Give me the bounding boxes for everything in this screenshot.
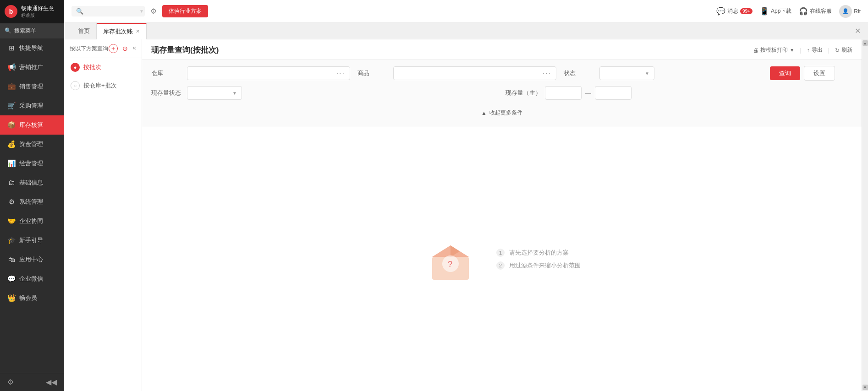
sidebar-item-basics[interactable]: 🗂 基础信息 (0, 173, 64, 192)
sidebar-item-ops[interactable]: 📊 经营管理 (0, 154, 64, 173)
scroll-down-btn[interactable]: ▼ (863, 385, 868, 390)
search-menu[interactable]: 🔍 搜索菜单 (0, 23, 64, 38)
tab-batch-account[interactable]: 库存批次账 ✕ (97, 23, 147, 39)
inventory-status-field: 现存量状态 ▼ (151, 86, 498, 100)
inventory-icon: 📦 (7, 121, 16, 129)
messages-badge: 99+ (740, 8, 753, 14)
topbar-dropdown-icon[interactable]: ▼ (139, 9, 144, 14)
print-template-btn[interactable]: 🖨 按模板打印 ▼ (753, 46, 794, 54)
filter-item-warehouse-batch[interactable]: ○ 按仓库+批次 (64, 76, 142, 95)
export-btn[interactable]: ↑ 导出 (807, 46, 823, 54)
app-version: 标准版 (21, 12, 54, 19)
sidebar-item-system[interactable]: ⚙ 系统管理 (0, 192, 64, 212)
refresh-btn[interactable]: ↻ 刷新 (835, 46, 852, 54)
hint-num-1: 1 (496, 249, 505, 257)
warehouse-batch-icon: ○ (71, 81, 80, 90)
sidebar-item-quick-nav[interactable]: ⊞ 快捷导航 (0, 38, 64, 58)
empty-state: ? 1 请先选择要分析的方案 2 用过滤条件来缩小分析范围 (142, 127, 862, 391)
user-label: Rit (854, 8, 861, 15)
sidebar-item-guide[interactable]: 🎓 新手引导 (0, 231, 64, 250)
product-input[interactable]: ··· (393, 66, 556, 80)
warehouse-dots[interactable]: ··· (336, 69, 345, 77)
main-area: 🔍 ▼ ⚙ 体验行业方案 💬 消息 99+ 📱 App下载 🎧 在线客服 (64, 0, 868, 391)
app-download-group[interactable]: 📱 App下载 (760, 7, 791, 16)
topbar: 🔍 ▼ ⚙ 体验行业方案 💬 消息 99+ 📱 App下载 🎧 在线客服 (64, 0, 868, 23)
sidebar-item-member[interactable]: 👑 畅会员 (0, 288, 64, 308)
sidebar-item-label: 企业微信 (19, 275, 43, 283)
query-button[interactable]: 查询 (770, 66, 800, 80)
system-icon: ⚙ (7, 198, 16, 206)
sidebar-item-label: 畅会员 (19, 294, 37, 302)
empty-hint-1: 1 请先选择要分析的方案 (496, 249, 581, 257)
inventory-amount-field: 现存量（主） — (505, 86, 852, 100)
empty-hint-2: 2 用过滤条件来缩小分析范围 (496, 261, 581, 270)
collapse-sidebar-icon[interactable]: ◀◀ (46, 378, 57, 386)
collapse-filter-btn[interactable]: « (132, 44, 136, 53)
sidebar: b 畅康通好生意 标准版 🔍 搜索菜单 ⊞ 快捷导航 📢 营销推广 💼 销售管理… (0, 0, 64, 391)
empty-hints: 1 请先选择要分析的方案 2 用过滤条件来缩小分析范围 (496, 249, 581, 270)
export-icon: ↑ (807, 47, 810, 54)
app-logo: b (5, 5, 17, 18)
tab-close-icon[interactable]: ✕ (136, 28, 140, 34)
sidebar-item-label: 应用中心 (19, 255, 43, 264)
query-form: 仓库 ··· 商品 ··· 状态 (142, 60, 862, 127)
warehouse-input[interactable]: ··· (187, 66, 350, 80)
tab-home[interactable]: 首页 (71, 23, 97, 39)
topbar-search-input[interactable] (86, 8, 137, 15)
inventory-status-dropdown-icon: ▼ (232, 91, 237, 96)
topbar-left: 🔍 ▼ ⚙ 体验行业方案 (71, 5, 208, 17)
sidebar-item-sales[interactable]: 💼 销售管理 (0, 77, 64, 96)
print-label: 按模板打印 (760, 46, 788, 54)
ops-icon: 📊 (7, 159, 16, 168)
experience-btn[interactable]: 体验行业方案 (162, 5, 208, 17)
messages-group[interactable]: 💬 消息 99+ (716, 7, 753, 16)
inventory-dash: — (585, 90, 591, 97)
purchase-icon: 🛒 (7, 102, 16, 110)
topbar-search-icon: 🔍 (76, 8, 83, 15)
guide-icon: 🎓 (7, 236, 16, 244)
sidebar-item-label: 基础信息 (19, 179, 43, 187)
sidebar-item-apps[interactable]: 🛍 应用中心 (0, 250, 64, 269)
status-field: 状态 ▼ (564, 66, 763, 80)
print-icon: 🖨 (753, 47, 758, 54)
tab-close-panel-icon[interactable]: ✕ (855, 27, 861, 35)
page-actions: 🖨 按模板打印 ▼ | ↑ 导出 | ↻ 刷新 (753, 46, 852, 54)
online-service-group[interactable]: 🎧 在线客服 (799, 7, 832, 16)
sidebar-item-finance[interactable]: 💰 资金管理 (0, 135, 64, 154)
basics-icon: 🗂 (7, 179, 16, 187)
sidebar-item-label: 经营管理 (19, 159, 43, 168)
inventory-amount-label: 现存量（主） (505, 89, 541, 97)
status-select[interactable]: ▼ (599, 66, 654, 80)
hint-text-1: 请先选择要分析的方案 (509, 249, 569, 257)
scroll-up-btn[interactable]: ▲ (863, 40, 868, 46)
sidebar-item-enterprise[interactable]: 🤝 企业协同 (0, 212, 64, 231)
settings-icon[interactable]: ⚙ (7, 378, 14, 386)
collapse-more-btn[interactable]: ▲ 收起更多条件 (151, 105, 852, 120)
user-group[interactable]: 👤 Rit (839, 5, 861, 18)
filter-item-batch[interactable]: ● 按批次 (64, 58, 142, 76)
export-label: 导出 (812, 46, 823, 54)
inventory-status-select[interactable]: ▼ (187, 86, 242, 100)
apps-icon: 🛍 (7, 255, 16, 264)
quick-nav-icon: ⊞ (7, 44, 16, 52)
product-dots[interactable]: ··· (543, 69, 551, 77)
topbar-search-box[interactable]: 🔍 ▼ (71, 6, 145, 16)
topbar-gear-icon[interactable]: ⚙ (150, 7, 157, 16)
content-area: 按以下方案查询 + ⊙ « ● 按批次 ○ 按仓库+批次 现存量查询(按批次) (64, 39, 868, 391)
print-dropdown-icon[interactable]: ▼ (790, 48, 794, 53)
enterprise-icon: 🤝 (7, 217, 16, 225)
tab-batch-account-label: 库存批次账 (103, 27, 133, 36)
inventory-amount-to[interactable] (595, 86, 632, 100)
sidebar-item-label: 销售管理 (19, 82, 43, 91)
sidebar-nav: ⊞ 快捷导航 📢 营销推广 💼 销售管理 🛒 采购管理 📦 库存核算 💰 资金管… (0, 38, 64, 373)
settings-button[interactable]: 设置 (804, 66, 835, 81)
tabs-bar: 首页 库存批次账 ✕ ✕ (64, 23, 868, 39)
sidebar-item-marketing[interactable]: 📢 营销推广 (0, 58, 64, 77)
filter-panel-actions: + ⊙ « (109, 44, 136, 53)
filter-settings-btn[interactable]: ⊙ (121, 44, 130, 53)
add-filter-btn[interactable]: + (109, 44, 118, 53)
sidebar-item-inventory[interactable]: 📦 库存核算 (0, 115, 64, 135)
sidebar-item-wechat[interactable]: 💬 企业微信 (0, 269, 64, 288)
inventory-amount-from[interactable] (545, 86, 582, 100)
sidebar-item-purchase[interactable]: 🛒 采购管理 (0, 96, 64, 115)
